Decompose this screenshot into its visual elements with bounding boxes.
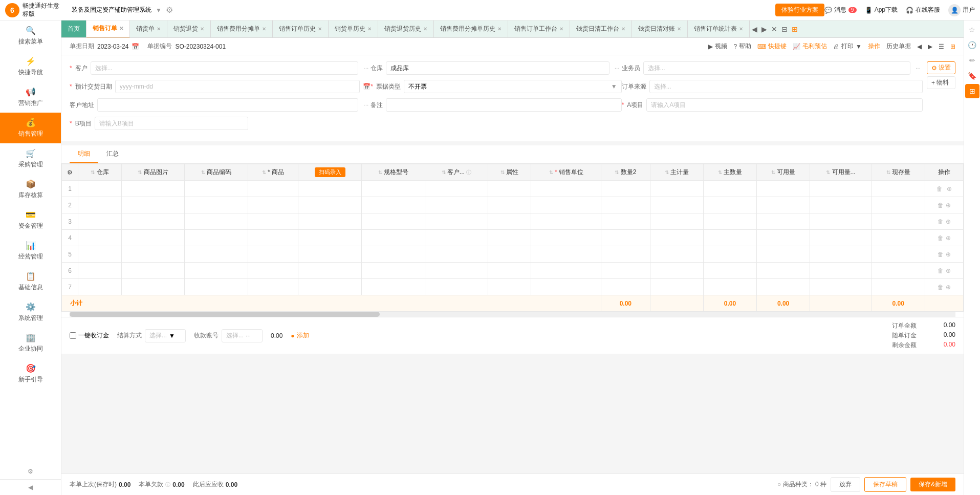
tab-fee-history[interactable]: 销售费用分摊单历史 ✕ [434,20,508,38]
th-sales-unit[interactable]: ⇅ * 销售单位 [531,164,601,181]
copy-icon-2[interactable]: ⊕ [946,202,951,209]
delete-icon-5[interactable]: 🗑 [938,251,944,258]
tab-nav-expand[interactable]: ⊞ [790,25,800,33]
tab-close-fee-history[interactable]: ✕ [497,26,502,32]
receipt-amount[interactable]: 0.00 [271,332,282,339]
sidebar-item-basic-info[interactable]: 📋 基础信息 [0,266,61,297]
sidebar-item-search[interactable]: 🔍 搜索菜单 [0,20,61,51]
row-main-unit-1[interactable] [650,181,703,197]
tab-sales-order[interactable]: 销售订单 ✕ [86,20,130,38]
tab-fee-split[interactable]: 销售费用分摊单 ✕ [211,20,273,38]
right-panel-history[interactable]: 🕐 [965,38,979,52]
warehouse-more-icon[interactable]: ··· [613,64,622,72]
th-product-name[interactable]: ⇅ * 商品 [248,164,298,181]
tab-close-sales-refund[interactable]: ✕ [200,26,204,32]
delete-icon-6[interactable]: 🗑 [938,267,944,274]
print-btn[interactable]: 🖨 打印 ▼ [833,42,862,51]
setup-button[interactable]: ⚙ 设置 [927,61,955,74]
add-button[interactable]: ● 添加 [291,331,309,340]
save-new-button[interactable]: 保存&新增 [910,478,955,491]
receipt-account-select[interactable]: 选择... ··· [222,329,263,342]
row-product-1[interactable] [248,181,298,197]
list-view-btn[interactable]: ☰ [939,43,944,50]
material-button[interactable]: + 物料 [927,76,955,89]
history-btn[interactable]: 历史单据 [886,42,911,51]
profit-btn[interactable]: 📈 毛利预估 [793,42,827,51]
one-click-checkbox-input[interactable] [70,332,76,339]
tab-home[interactable]: 首页 [61,20,86,38]
order-no-value[interactable]: SO-20230324-001 [175,43,226,50]
online-service-item[interactable]: 🎧 在线客服 [906,6,940,14]
project-b-input[interactable]: 请输入B项目 [95,117,248,130]
date-value[interactable]: 2023-03-24 [97,43,128,50]
system-dropdown-icon[interactable]: ▼ [156,7,162,14]
th-customer-code[interactable]: ⇅ 客户... ⓘ [425,164,488,181]
save-draft-button[interactable]: 保存草稿 [864,477,906,492]
right-panel-star[interactable]: ☆ [965,23,979,37]
trial-button[interactable]: 体验行业方案 [775,4,824,16]
settlement-method-select[interactable]: 选择... ▼ [145,329,186,342]
tab-nav-menu[interactable]: ⊟ [779,25,790,33]
tab-close-sales-summary[interactable]: ✕ [739,26,743,32]
staff-more-icon[interactable]: ··· [913,64,923,72]
tab-sales-return[interactable]: 销货单 ✕ [130,20,167,38]
th-stock[interactable]: ⇅ 现存量 [872,164,925,181]
th-main-unit[interactable]: ⇅ 主计量 [650,164,703,181]
address-more-icon[interactable]: ··· [361,101,371,109]
tab-close-refund-history[interactable]: ✕ [423,26,427,32]
delete-icon-7[interactable]: 🗑 [938,284,944,291]
copy-icon-6[interactable]: ⊕ [946,267,951,274]
th-settings[interactable]: ⚙ [62,164,78,181]
sidebar-collapse-button[interactable]: ◀ [0,479,61,495]
tab-refund-history[interactable]: 销货退货历史 ✕ [378,20,434,38]
th-product-code[interactable]: ⇅ 商品编码 [185,164,248,181]
one-click-collection-checkbox[interactable]: 一键收订金 [70,331,109,340]
delete-icon-3[interactable]: 🗑 [938,218,944,225]
right-panel-bookmark[interactable]: 🔖 [965,69,979,83]
row-main-qty-1[interactable] [703,181,756,197]
tab-sales-summary[interactable]: 销售订单统计表 ✕ [688,20,750,38]
sidebar-item-sales[interactable]: 💰 销售管理 [0,113,61,143]
tab-close-fee-split[interactable]: ✕ [262,26,266,32]
tab-return-history[interactable]: 销货单历史 ✕ [329,20,378,38]
sidebar-item-inventory[interactable]: 📦 库存核算 [0,174,61,205]
user-item[interactable]: 👤 用户 [948,4,975,16]
sidebar-item-enterprise[interactable]: 🏢 企业协同 [0,328,61,358]
invoice-type-select[interactable]: 不开票 ▼ [404,80,622,93]
next-record-btn[interactable]: ▶ [928,43,932,50]
settings-icon[interactable]: ⚙ [166,5,173,15]
operations-btn[interactable]: 操作 [868,42,880,51]
tab-close-order-workbench[interactable]: ✕ [559,26,563,32]
tab-close-receivable-reconcile[interactable]: ✕ [677,26,681,32]
grid-view-btn[interactable]: ⊞ [950,43,955,50]
tab-close-sales-order[interactable]: ✕ [119,26,123,31]
th-product-image[interactable]: ⇅ 商品图片 [121,164,185,181]
remarks-input[interactable] [386,98,621,112]
sidebar-item-quick-nav[interactable]: ⚡ 快捷导航 [0,51,61,82]
delete-icon-4[interactable]: 🗑 [938,234,944,242]
message-item[interactable]: 💬 消息 9 [824,6,857,14]
calendar-icon[interactable]: 📅 [132,43,139,50]
tab-nav-prev[interactable]: ◀ [750,25,759,33]
scan-button[interactable]: 扫码录入 [315,167,345,177]
order-source-input[interactable]: 选择... [649,80,923,93]
delete-icon-2[interactable]: 🗑 [938,202,944,209]
copy-icon-7[interactable]: ⊕ [946,284,951,291]
sidebar-item-finance[interactable]: 💳 资金管理 [0,205,61,235]
tab-sales-refund[interactable]: 销货退货 ✕ [167,20,211,38]
address-input[interactable] [97,98,358,112]
tab-order-history[interactable]: 销售订单历史 ✕ [273,20,329,38]
project-a-input[interactable]: 请输入A项目 [646,98,923,112]
receipt-more-icon[interactable]: ··· [246,332,251,339]
table-scrollbar[interactable] [70,312,955,317]
right-panel-qrcode[interactable]: ⊞ [965,84,979,98]
delivery-date-input[interactable]: yyyy-mm-dd [115,80,360,93]
copy-icon-4[interactable]: ⊕ [946,234,951,242]
row-unit-1[interactable] [531,181,601,197]
sidebar-item-purchase[interactable]: 🛒 采购管理 [0,143,61,174]
help-btn[interactable]: ? 帮助 [733,42,751,51]
delete-icon-1[interactable]: 🗑 [937,185,943,192]
row-code-1[interactable] [185,181,248,197]
discard-button[interactable]: 放弃 [831,477,860,492]
tab-receivable-reconcile[interactable]: 钱货日清对账 ✕ [632,20,688,38]
